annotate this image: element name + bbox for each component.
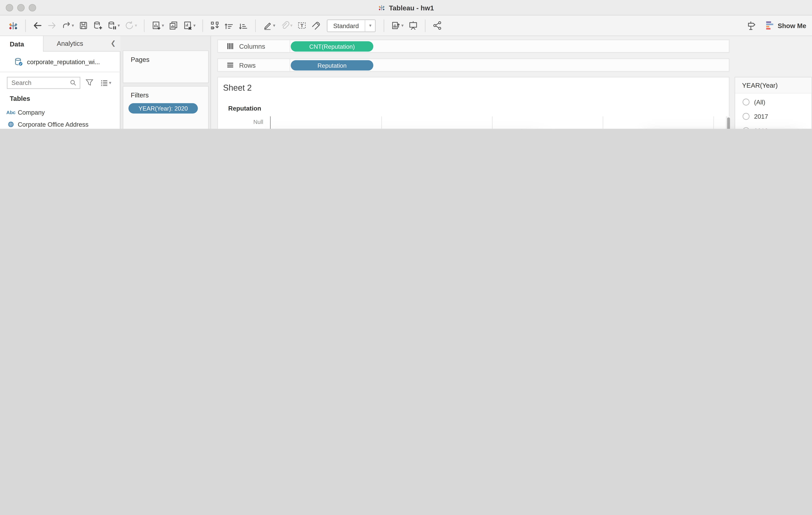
rows-shelf[interactable]: Rows Reputation <box>217 58 729 71</box>
main-toolbar: ▾▾▾▾▾▾▾TStandard▾▾Show Me <box>0 16 812 36</box>
redo-icon <box>61 21 71 30</box>
share-icon <box>432 21 442 30</box>
tableau-logo-button <box>6 18 21 33</box>
rows-pill-reputation[interactable]: Reputation <box>291 60 373 70</box>
show-mark-labels-icon: T <box>297 21 307 30</box>
cards-column: Pages Filters YEAR(Year): 2020 Marks Aut… <box>120 36 211 129</box>
highlight-button[interactable]: ▾ <box>260 18 278 33</box>
sheet-title: Sheet 2 <box>223 83 252 92</box>
tooltip-mode-button[interactable] <box>745 18 759 33</box>
back-icon <box>33 21 42 30</box>
field-item-corporate-office-address[interactable]: Corporate Office Address <box>0 118 120 129</box>
y-axis-label: Null <box>253 118 263 126</box>
run-updates-button[interactable]: ▾ <box>122 18 139 33</box>
format-icon <box>280 21 290 30</box>
show-mark-labels-button[interactable]: T <box>295 18 309 33</box>
presentation-mode-button[interactable] <box>406 18 420 33</box>
filters-card[interactable]: Filters YEAR(Year): 2020 <box>123 86 209 129</box>
field-list: AbcCompanyCorporate Office AddressDate F… <box>0 106 120 129</box>
clear-sheet-icon <box>183 21 193 30</box>
view-as-list-icon[interactable]: ▾ <box>100 78 111 87</box>
year-option-2017[interactable]: 2017 <box>743 111 812 122</box>
chart-scrollbar-thumb[interactable] <box>727 118 730 129</box>
columns-pill-cnt-reputation[interactable]: CNT(Reputation) <box>291 41 373 51</box>
toolbar-separator <box>25 19 26 32</box>
toolbar-separator <box>425 19 426 32</box>
window-title: Tableau - hw1 <box>0 0 812 16</box>
tab-data[interactable]: Data <box>0 36 43 52</box>
gridline <box>714 116 714 129</box>
titlebar: Tableau - hw1 <box>0 0 812 16</box>
tables-header: Tables <box>10 95 30 102</box>
new-worksheet-button[interactable]: ▾ <box>149 18 166 33</box>
sort-ascending-icon <box>224 21 234 30</box>
row-axis-header: Reputation <box>228 105 261 112</box>
format-button[interactable]: ▾ <box>278 18 295 33</box>
gridline <box>492 116 493 129</box>
presentation-mode-icon <box>408 21 418 30</box>
sort-ascending-button[interactable] <box>222 18 236 33</box>
swap-rows-columns-icon <box>210 21 220 30</box>
tableau-logo-icon <box>8 20 18 31</box>
chart-scrollbar[interactable] <box>726 116 730 129</box>
year-option-all[interactable]: (All) <box>743 96 812 108</box>
tab-analytics[interactable]: Analytics <box>43 36 120 52</box>
radio-icon[interactable] <box>743 113 750 120</box>
worksheet-area: Columns CNT(Reputation) Rows Reputation … <box>211 36 812 129</box>
add-data-button[interactable] <box>91 18 105 33</box>
duplicate-button[interactable] <box>166 18 181 33</box>
pages-label: Pages <box>123 51 208 63</box>
redo-button[interactable]: ▾ <box>59 18 76 33</box>
field-search[interactable] <box>7 77 80 89</box>
back-button[interactable] <box>30 18 45 33</box>
search-input[interactable] <box>7 79 69 86</box>
bar-chart-plot[interactable] <box>270 116 725 129</box>
filter-fields-icon[interactable] <box>85 78 94 87</box>
columns-shelf[interactable]: Columns CNT(Reputation) <box>217 40 729 53</box>
year-option-2018[interactable]: 2018 <box>743 125 812 129</box>
year-filter-title: YEAR(Year) <box>735 78 812 93</box>
fit-icon <box>391 21 401 30</box>
sheet-view: Sheet 2 Reputation Null54606162626363636… <box>217 77 729 129</box>
svg-text:T: T <box>300 23 303 28</box>
search-icon <box>69 78 78 87</box>
tableau-window: Tableau - hw1 ▾▾▾▾▾▾▾TStandard▾▾Show Me … <box>0 0 812 129</box>
pages-card[interactable]: Pages <box>123 51 209 83</box>
new-worksheet-icon <box>151 21 161 30</box>
duplicate-icon <box>169 21 178 30</box>
toolbar-separator <box>203 19 203 32</box>
add-data-icon <box>93 21 103 30</box>
field-item-company[interactable]: AbcCompany <box>0 106 120 118</box>
show-me-icon <box>765 21 775 30</box>
gridline <box>603 116 603 129</box>
radio-icon[interactable] <box>743 98 750 105</box>
tooltip-mode-icon <box>747 20 757 31</box>
y-axis-labels: Null5460616262636363636566676868686969.3… <box>218 116 264 129</box>
datasource-item[interactable]: corporate_reputation_wi... <box>0 52 120 72</box>
forward-button[interactable] <box>45 18 59 33</box>
data-pane: Data Analytics ❮ corporate_reputation_wi… <box>0 36 120 129</box>
save-icon <box>79 21 88 30</box>
filter-pill-year[interactable]: YEAR(Year): 2020 <box>128 103 198 114</box>
database-icon <box>14 57 23 66</box>
collapse-pane-icon[interactable]: ❮ <box>111 40 116 47</box>
show-me-button[interactable]: Show Me <box>765 21 806 30</box>
pause-updates-button[interactable]: ▾ <box>105 18 122 33</box>
view-size-dropdown[interactable]: Standard▾ <box>327 19 375 32</box>
rows-icon <box>226 61 234 69</box>
radio-icon[interactable] <box>743 127 750 129</box>
fix-axes-icon <box>312 21 321 30</box>
clear-sheet-button[interactable]: ▾ <box>181 18 198 33</box>
forward-icon <box>47 21 57 30</box>
share-button[interactable] <box>430 18 444 33</box>
swap-rows-columns-button[interactable] <box>208 18 222 33</box>
fix-axes-button[interactable] <box>309 18 323 33</box>
save-button[interactable] <box>76 18 91 33</box>
toolbar-separator <box>383 19 384 32</box>
gridline <box>381 116 382 129</box>
sort-descending-button[interactable] <box>236 18 251 33</box>
sort-descending-icon <box>238 21 248 30</box>
fit-button[interactable]: ▾ <box>388 18 406 33</box>
highlight-icon <box>263 21 272 30</box>
toolbar-separator <box>144 19 145 32</box>
